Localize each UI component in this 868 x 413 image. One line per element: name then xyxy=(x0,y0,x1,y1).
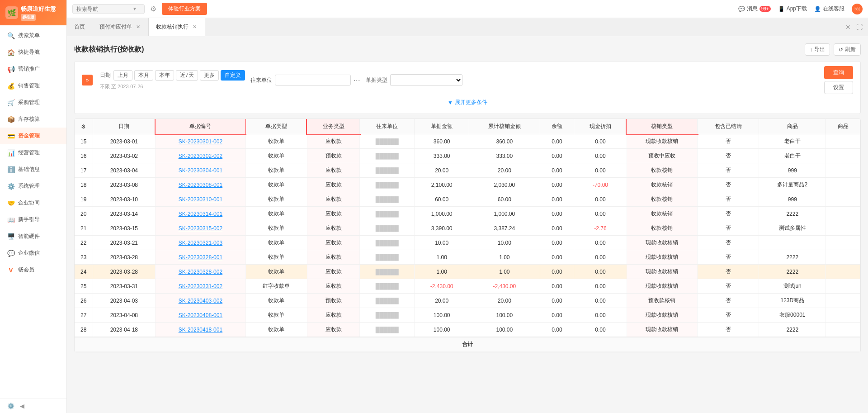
td-doc-no[interactable]: SK-20230310-001 xyxy=(156,192,245,207)
filter-more-button[interactable]: 更多 xyxy=(200,70,219,81)
td-num: 24 xyxy=(75,265,93,279)
td-doc-no[interactable]: SK-20230308-001 xyxy=(156,178,245,192)
industry-solution-button[interactable]: 体验行业方案 xyxy=(162,3,207,15)
filter-this-year-button[interactable]: 本年 xyxy=(155,70,174,81)
tabbar-close-button[interactable]: ✕ xyxy=(844,22,853,33)
filter-doctype-label: 单据类型 xyxy=(366,76,387,84)
td-amount: 100.00 xyxy=(415,323,469,337)
sidebar-item-marketing[interactable]: 📢 营销推广 xyxy=(0,61,66,77)
sidebar-item-hardware[interactable]: 🖥️ 智能硬件 xyxy=(0,228,66,245)
sidebar-item-operation[interactable]: 📊 经营管理 xyxy=(0,144,66,161)
doc-no-link[interactable]: SK-20230314-001 xyxy=(179,211,222,217)
filter-settings-button[interactable]: 设置 xyxy=(824,81,853,94)
tab-collection[interactable]: 收款核销执行 ✕ xyxy=(149,18,205,36)
td-product2 xyxy=(826,134,860,149)
td-doc-no[interactable]: SK-20230302-002 xyxy=(156,149,245,163)
td-cash-discount: -2.76 xyxy=(574,221,627,236)
td-doc-no[interactable]: SK-20230418-001 xyxy=(156,323,245,337)
filter-partner-input[interactable] xyxy=(275,75,351,85)
tab-home-label: 首页 xyxy=(74,23,85,31)
user-avatar[interactable]: Rit xyxy=(852,4,863,14)
filter-doctype-select[interactable] xyxy=(390,74,462,86)
doc-no-link[interactable]: SK-20230304-001 xyxy=(179,167,222,174)
home-icon: 🏠 xyxy=(7,49,14,56)
doc-no-link[interactable]: SK-20230302-002 xyxy=(179,153,222,159)
filter-custom-button[interactable]: 自定义 xyxy=(221,70,245,81)
td-product xyxy=(759,236,826,250)
td-biz-type: 应收款 xyxy=(307,192,359,207)
tab-collection-close-icon[interactable]: ✕ xyxy=(191,24,198,30)
td-doc-no[interactable]: SK-20230403-002 xyxy=(156,294,245,308)
sidebar-item-quick-nav[interactable]: 🏠 快捷导航 xyxy=(0,44,66,61)
sidebar-item-label: 营销推广 xyxy=(18,65,40,73)
dropdown-arrow-icon[interactable]: ▼ xyxy=(132,6,137,11)
sidebar-item-search[interactable]: 🔍 搜索菜单 xyxy=(0,27,66,44)
doc-no-link[interactable]: SK-20230328-002 xyxy=(179,269,222,275)
page-title: 收款核销执行(按收款) xyxy=(74,45,144,54)
td-doc-no[interactable]: SK-20230331-002 xyxy=(156,279,245,294)
td-balance: 0.00 xyxy=(540,163,574,178)
sidebar-item-corp[interactable]: 🤝 企业协同 xyxy=(0,195,66,211)
sidebar-item-system[interactable]: ⚙️ 系统管理 xyxy=(0,178,66,195)
filter-this-month-button[interactable]: 本月 xyxy=(134,70,153,81)
doc-no-link[interactable]: SK-20230328-001 xyxy=(179,254,222,261)
sidebar-item-finance[interactable]: 💳 资金管理 xyxy=(0,128,66,144)
tab-payable[interactable]: 预付冲应付单 ✕ xyxy=(92,18,149,36)
filter-expand-button[interactable]: ▼ 展开更多条件 xyxy=(445,96,490,109)
query-button[interactable]: 查询 xyxy=(824,66,853,79)
tab-payable-close-icon[interactable]: ✕ xyxy=(135,24,141,30)
sidebar-item-label: 资金管理 xyxy=(18,132,40,140)
online-service-button[interactable]: 👤 在线客服 xyxy=(814,5,844,13)
td-doc-no[interactable]: SK-20230304-001 xyxy=(156,163,245,178)
filter-bar: » 日期 上月 本月 本年 近7天 更多 自定义 不限 至 2023-0 xyxy=(74,61,861,114)
topbar-search-input[interactable] xyxy=(76,6,131,12)
td-verify-type: 收款核销 xyxy=(627,221,698,236)
td-include-settled: 否 xyxy=(698,265,759,279)
filter-toggle-button[interactable]: » xyxy=(82,75,93,85)
sidebar-collapse-button[interactable]: ◀ xyxy=(20,403,24,409)
sidebar-item-inventory[interactable]: 📦 库存核算 xyxy=(0,111,66,128)
doc-no-link[interactable]: SK-20230403-002 xyxy=(179,298,222,304)
doc-no-link[interactable]: SK-20230308-001 xyxy=(179,182,222,188)
refresh-button[interactable]: ↺ 刷新 xyxy=(834,43,861,56)
tab-home[interactable]: 首页 xyxy=(67,18,92,36)
td-doc-no[interactable]: SK-20230328-001 xyxy=(156,250,245,265)
td-doc-no[interactable]: SK-20230301-002 xyxy=(156,134,245,149)
app-download-button[interactable]: 📱 App下载 xyxy=(778,5,807,13)
sidebar-item-guide[interactable]: 📖 新手引导 xyxy=(0,211,66,228)
doc-no-link[interactable]: SK-20230331-002 xyxy=(179,283,222,290)
doc-no-link[interactable]: SK-20230418-001 xyxy=(179,327,222,333)
td-doc-no[interactable]: SK-20230314-001 xyxy=(156,207,245,221)
td-num: 25 xyxy=(75,279,93,294)
td-biz-type: 应收款 xyxy=(307,236,359,250)
td-doc-no[interactable]: SK-20230408-001 xyxy=(156,308,245,323)
td-num: 27 xyxy=(75,308,93,323)
sidebar-item-sales[interactable]: 💰 销售管理 xyxy=(0,77,66,94)
export-button[interactable]: ↑ 导出 xyxy=(805,43,830,56)
sidebar-settings-button[interactable]: ⚙️ xyxy=(7,403,14,409)
topbar-gear-icon[interactable]: ⚙ xyxy=(148,3,158,15)
filter-partner-dots[interactable]: ··· xyxy=(354,76,360,85)
sidebar-item-purchase[interactable]: 🛒 采购管理 xyxy=(0,94,66,111)
sidebar-item-member[interactable]: V 畅会员 xyxy=(0,261,66,278)
sidebar-item-basic[interactable]: ℹ️ 基础信息 xyxy=(0,161,66,178)
filter-7days-button[interactable]: 近7天 xyxy=(176,70,198,81)
doc-no-link[interactable]: SK-20230321-003 xyxy=(179,240,222,246)
td-partner: ██████ xyxy=(360,163,415,178)
td-doc-no[interactable]: SK-20230321-003 xyxy=(156,236,245,250)
doc-no-link[interactable]: SK-20230310-001 xyxy=(179,196,222,203)
td-cash-discount: 0.00 xyxy=(574,265,627,279)
tabbar-expand-button[interactable]: ⛶ xyxy=(854,22,864,33)
td-doc-type: 红字收款单 xyxy=(245,279,307,294)
filter-last-month-button[interactable]: 上月 xyxy=(113,70,132,81)
doc-no-link[interactable]: SK-20230408-001 xyxy=(179,312,222,318)
sidebar-item-wechat[interactable]: 💬 企业微信 xyxy=(0,245,66,261)
th-settings[interactable]: ⚙ xyxy=(75,119,93,134)
td-amount: 20.00 xyxy=(415,294,469,308)
td-cash-discount: 0.00 xyxy=(574,294,627,308)
doc-no-link[interactable]: SK-20230315-002 xyxy=(179,225,222,232)
messages-button[interactable]: 💬 消息 99+ xyxy=(738,5,771,13)
td-doc-no[interactable]: SK-20230315-002 xyxy=(156,221,245,236)
td-doc-no[interactable]: SK-20230328-002 xyxy=(156,265,245,279)
doc-no-link[interactable]: SK-20230301-002 xyxy=(179,138,222,145)
